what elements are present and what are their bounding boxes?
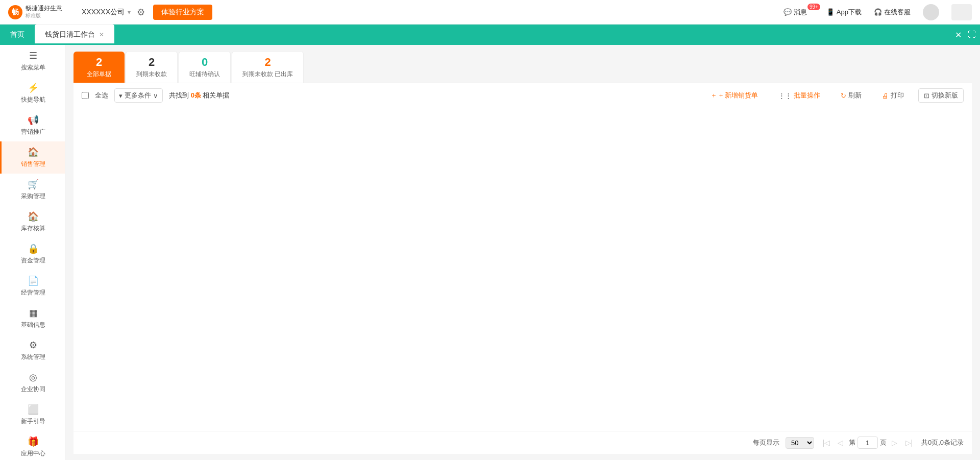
print-icon: 🖨 bbox=[882, 92, 889, 100]
sidebar-item-inventory[interactable]: 🏠 库存核算 bbox=[0, 206, 65, 238]
table-area bbox=[74, 108, 972, 431]
page-last-icon[interactable]: ▷| bbox=[903, 437, 915, 449]
sidebar-item-beginner[interactable]: ⬜ 新手引导 bbox=[0, 399, 65, 431]
settings-icon[interactable]: ⚙ bbox=[137, 7, 145, 18]
summary-tab-shipped[interactable]: 2 到期未收款 已出库 bbox=[232, 51, 304, 83]
tab-work-station[interactable]: 钱货日清工作台 ✕ bbox=[35, 25, 114, 45]
plus-icon: ＋ bbox=[710, 91, 717, 100]
filter-button[interactable]: ▾ 更多条件 ∨ bbox=[114, 88, 163, 103]
sidebar-item-label: 采购管理 bbox=[21, 192, 45, 201]
trial-button[interactable]: 体验行业方案 bbox=[153, 5, 212, 20]
company-name: XXXXXX公司 bbox=[82, 8, 125, 17]
page-size-prefix: 每页显示 bbox=[753, 438, 779, 447]
sidebar-item-marketing[interactable]: 📢 营销推广 bbox=[0, 109, 65, 141]
sidebar: ☰ 搜索菜单 ⚡ 快捷导航 📢 营销推广 🏠 销售管理 🛒 采购管理 🏠 库存核… bbox=[0, 45, 65, 460]
enterprise-icon: ◎ bbox=[29, 372, 37, 383]
page-size-select[interactable]: 50 100 200 bbox=[786, 437, 814, 449]
toolbar: 全选 ▾ 更多条件 ∨ 共找到 0条 相关单据 ＋ + 新增销货单 ⋮⋮ 批量操… bbox=[74, 83, 972, 108]
page-prev-icon[interactable]: ◁ bbox=[835, 437, 847, 449]
message-label: 消息 bbox=[794, 8, 807, 17]
service-label: 在线客服 bbox=[884, 8, 911, 17]
sidebar-item-label: 资金管理 bbox=[21, 256, 45, 265]
batch-icon: ⋮⋮ bbox=[778, 92, 792, 100]
new-sale-label: + 新增销货单 bbox=[719, 91, 758, 100]
summary-tab-shipped-count: 2 bbox=[265, 56, 271, 69]
sidebar-item-label: 营销推广 bbox=[21, 128, 45, 136]
page-input[interactable] bbox=[857, 437, 878, 449]
sidebar-item-basic[interactable]: ▦ 基础信息 bbox=[0, 302, 65, 334]
refresh-button[interactable]: ↻ 刷新 bbox=[835, 88, 868, 103]
beginner-icon: ⬜ bbox=[28, 404, 39, 415]
sidebar-item-label: 系统管理 bbox=[21, 353, 45, 361]
finance-icon: 🔒 bbox=[28, 243, 39, 254]
sidebar-item-finance[interactable]: 🔒 资金管理 bbox=[0, 238, 65, 270]
sidebar-item-sales[interactable]: 🏠 销售管理 bbox=[0, 141, 65, 174]
summary-tab-all-label: 全部单据 bbox=[87, 70, 111, 79]
main-layout: ☰ 搜索菜单 ⚡ 快捷导航 📢 营销推广 🏠 销售管理 🛒 采购管理 🏠 库存核… bbox=[0, 45, 980, 460]
page-first-icon[interactable]: |◁ bbox=[820, 437, 832, 449]
service-item[interactable]: 🎧 在线客服 bbox=[874, 8, 911, 17]
pagination: |◁ ◁ 第 页 ▷ ▷| bbox=[820, 437, 915, 449]
sidebar-item-quicknav[interactable]: ⚡ 快捷导航 bbox=[0, 77, 65, 109]
select-all-checkbox[interactable] bbox=[82, 92, 89, 99]
sidebar-item-system[interactable]: ⚙ 系统管理 bbox=[0, 334, 65, 367]
sidebar-item-label: 企业协同 bbox=[21, 385, 45, 394]
appstore-icon: 🎁 bbox=[28, 436, 39, 447]
marketing-icon: 📢 bbox=[28, 114, 39, 126]
sidebar-item-label: 销售管理 bbox=[21, 160, 45, 168]
message-item[interactable]: 💬 消息 99+ bbox=[783, 8, 814, 17]
summary-tab-all-count: 2 bbox=[96, 56, 102, 69]
table-footer: 每页显示 50 100 200 |◁ ◁ 第 页 ▷ ▷| 共0页,0条记录 bbox=[74, 431, 972, 454]
system-icon: ⚙ bbox=[29, 340, 37, 351]
new-sale-button[interactable]: ＋ + 新增销货单 bbox=[704, 88, 764, 103]
tab-workstation-label: 钱货日清工作台 bbox=[45, 30, 95, 39]
tab-home[interactable]: 首页 bbox=[0, 25, 35, 45]
summary-tab-shipped-label: 到期未收款 已出库 bbox=[242, 70, 293, 79]
user-menu[interactable] bbox=[951, 4, 972, 20]
print-button[interactable]: 🖨 打印 bbox=[876, 88, 910, 103]
tab-bar-actions: ✕ ⛶ bbox=[955, 30, 980, 40]
sidebar-item-label: 搜索菜单 bbox=[21, 63, 45, 72]
sidebar-item-label: 基础信息 bbox=[21, 321, 45, 329]
sidebar-item-appstore[interactable]: 🎁 应用中心 bbox=[0, 431, 65, 460]
select-all-label: 全选 bbox=[95, 91, 108, 100]
switch-new-button[interactable]: ⊡ 切换新版 bbox=[918, 88, 964, 103]
page-next-icon[interactable]: ▷ bbox=[889, 437, 901, 449]
management-icon: 📄 bbox=[28, 275, 39, 286]
sidebar-item-management[interactable]: 📄 经营管理 bbox=[0, 270, 65, 302]
page-label-2: 页 bbox=[880, 438, 887, 447]
logo-badge: 标准版 bbox=[26, 12, 62, 19]
summary-tab-overdue[interactable]: 2 到期未收款 bbox=[126, 51, 178, 83]
top-header: 畅 畅捷通好生意 标准版 XXXXXX公司 ▾ ⚙ 体验行业方案 💬 消息 99… bbox=[0, 0, 980, 25]
sidebar-item-search[interactable]: ☰ 搜索菜单 bbox=[0, 45, 65, 77]
sidebar-item-label: 新手引导 bbox=[21, 417, 45, 426]
sidebar-item-enterprise[interactable]: ◎ 企业协同 bbox=[0, 367, 65, 399]
sidebar-item-label: 快捷导航 bbox=[21, 95, 45, 104]
service-icon: 🎧 bbox=[874, 8, 882, 16]
tab-expand-icon[interactable]: ⛶ bbox=[968, 30, 976, 39]
tab-close-icon[interactable]: ✕ bbox=[99, 31, 104, 38]
logo-text-area: 畅捷通好生意 标准版 bbox=[26, 5, 62, 20]
print-label: 打印 bbox=[891, 91, 904, 100]
batch-op-button[interactable]: ⋮⋮ 批量操作 bbox=[772, 88, 826, 103]
filter-icon: ▾ bbox=[119, 92, 122, 100]
company-selector[interactable]: XXXXXX公司 ▾ bbox=[82, 8, 131, 17]
sidebar-item-label: 应用中心 bbox=[21, 449, 45, 458]
message-badge: 99+ bbox=[807, 4, 820, 10]
summary-tabs-container: 2 全部单据 2 到期未收款 0 旺辅待确认 2 到期未收款 已出库 bbox=[65, 45, 980, 83]
avatar[interactable] bbox=[923, 4, 939, 20]
logo-icon: 畅 bbox=[8, 5, 22, 19]
tab-minimize-icon[interactable]: ✕ bbox=[955, 30, 962, 40]
tab-bar: 首页 钱货日清工作台 ✕ ✕ ⛶ bbox=[0, 25, 980, 45]
summary-tab-wangfu[interactable]: 0 旺辅待确认 bbox=[179, 51, 231, 83]
found-text: 共找到 0条 相关单据 bbox=[169, 91, 229, 100]
app-download-item[interactable]: 📱 App下载 bbox=[826, 8, 862, 17]
summary-tab-all[interactable]: 2 全部单据 bbox=[74, 52, 125, 83]
filter-chevron-icon: ∨ bbox=[153, 92, 158, 100]
found-count: 0条 bbox=[191, 91, 201, 99]
switch-icon: ⊡ bbox=[924, 92, 929, 100]
chevron-down-icon: ▾ bbox=[128, 9, 131, 16]
sidebar-item-purchase[interactable]: 🛒 采购管理 bbox=[0, 174, 65, 206]
inventory-icon: 🏠 bbox=[28, 211, 39, 222]
sidebar-item-label: 库存核算 bbox=[21, 224, 45, 233]
